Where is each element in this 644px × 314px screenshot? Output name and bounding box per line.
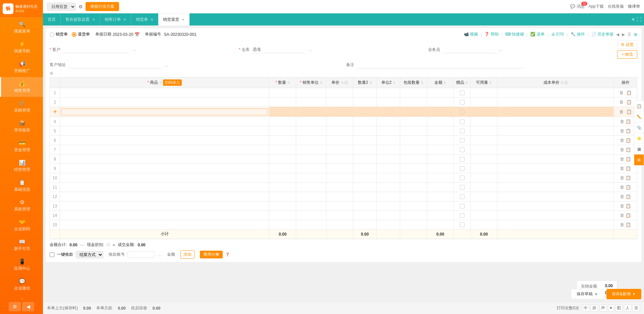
row-unit[interactable] [296, 88, 326, 98]
row-unit[interactable] [296, 107, 326, 117]
tab-close-icon[interactable]: ✕ [92, 18, 95, 21]
delete-row-btn[interactable]: 🗑 [619, 212, 625, 218]
gift-checkbox[interactable] [460, 147, 465, 152]
warehouse-dots-btn[interactable]: ... [309, 47, 312, 52]
row-unit2[interactable] [377, 107, 400, 117]
account-input[interactable] [127, 251, 154, 258]
row-qty[interactable] [269, 107, 296, 117]
address-dots-btn[interactable]: ... [165, 63, 168, 67]
row-gift[interactable] [454, 88, 471, 98]
delete-row-btn[interactable]: 🗑 [619, 137, 625, 143]
delete-row-btn[interactable]: 🗑 [619, 118, 625, 125]
copy-row-btn[interactable]: 📋 [625, 128, 632, 134]
copy-row-btn[interactable]: 📋 [625, 175, 632, 181]
row-amount[interactable] [427, 88, 454, 98]
copy-row-btn[interactable]: 📋 [626, 89, 632, 96]
collapse-btn[interactable]: ◀ [22, 302, 34, 311]
row-pkgqty[interactable] [400, 98, 427, 107]
sidebar-item-sales[interactable]: 💰 销售管理 [0, 77, 43, 97]
gift-checkbox[interactable] [460, 138, 465, 143]
doc-date-value[interactable]: 2023-03-20 [113, 32, 133, 37]
sidebar-item-guide[interactable]: 📖 新手引导 [0, 235, 43, 255]
warehouse-input[interactable] [252, 46, 305, 53]
delete-row-btn[interactable]: 🗑 [619, 128, 625, 134]
copy-row-btn[interactable]: 📋 [625, 212, 632, 218]
settings-bottom-btn[interactable]: ⚙ [9, 302, 21, 311]
staff-dots-btn[interactable]: ... [499, 47, 502, 52]
message-button[interactable]: 💬 70 消息 [570, 4, 584, 9]
gift-checkbox[interactable] [460, 90, 465, 95]
sidebar-item-finance[interactable]: 💳 资金管理 [0, 136, 43, 156]
delete-row-btn[interactable]: 🗑 [619, 175, 625, 181]
sidebar-item-cooperation[interactable]: 🤝 企业协同 [0, 215, 43, 235]
copy-row-btn[interactable]: 📋 [625, 146, 632, 153]
save-draft-button[interactable]: 保存草稿 ▼ [571, 289, 604, 299]
row-cost-price[interactable] [497, 88, 614, 98]
copy-row-btn[interactable]: 📋 [625, 222, 632, 228]
copy-row-btn[interactable]: 📋 [625, 165, 632, 172]
sidebar-item-base[interactable]: 📋 基础信息 [0, 176, 43, 196]
row-price[interactable] [326, 107, 353, 117]
history-link[interactable]: 📄 历史单据 [591, 32, 613, 37]
gift-checkbox[interactable] [460, 119, 465, 124]
nav-prev-icon[interactable]: ◀ [616, 32, 619, 37]
add-item-btn[interactable]: 添加 [180, 250, 195, 259]
close-tab-btn[interactable]: ✕ [631, 17, 635, 22]
note-input[interactable] [356, 61, 524, 68]
tool-image[interactable]: 图 [615, 305, 623, 312]
gift-checkbox[interactable] [460, 194, 465, 199]
video-link[interactable]: 📹 视频 [464, 32, 478, 37]
copy-row-btn[interactable]: 📋 [625, 193, 632, 200]
row-cost-price[interactable] [497, 98, 614, 107]
copy-row-btn[interactable]: 📋 [625, 156, 632, 162]
tab-price-setting[interactable]: 售价提取设置 ✕ [61, 13, 100, 25]
delete-row-btn[interactable]: 🗑 [619, 109, 624, 115]
tool-voice[interactable]: 声 [599, 305, 607, 312]
add-logistics-button[interactable]: + 物流 [617, 50, 637, 59]
cash-discount-info-icon[interactable]: ⓘ [107, 243, 110, 247]
price-info-icon[interactable]: ⓘ [344, 81, 348, 84]
save-new-button[interactable]: 保存&新增 ▼ [606, 289, 641, 299]
row-amount[interactable] [427, 107, 454, 117]
tool-person[interactable]: 人 [624, 305, 631, 312]
col-amount-sort[interactable]: ⇅ [443, 81, 446, 84]
row-qty[interactable] [269, 98, 296, 107]
row-goods[interactable] [60, 107, 269, 117]
delete-row-btn[interactable]: 🗑 [619, 89, 624, 96]
row-qty2[interactable] [353, 88, 377, 98]
view-grid-icon[interactable]: ⊞ [634, 32, 637, 37]
tab-sales-return[interactable]: 销货退货 ✕ [158, 13, 190, 25]
print-link[interactable]: 🖨 打印 [551, 32, 564, 37]
tab-home[interactable]: 首页 [43, 13, 61, 25]
row-goods-input[interactable] [61, 109, 268, 115]
tab-close-icon[interactable]: ✕ [151, 18, 153, 21]
settings-button[interactable]: ⚙ 设置 [617, 41, 637, 49]
radio-sales[interactable]: 销货单 [50, 32, 68, 37]
gift-checkbox[interactable] [460, 204, 465, 208]
delete-row-btn[interactable]: 🗑 [619, 165, 625, 172]
row-qty2[interactable] [353, 98, 377, 107]
row-unit[interactable] [296, 98, 326, 107]
customer-dots-btn[interactable]: ... [133, 47, 136, 52]
delete-row-btn[interactable]: 🗑 [619, 156, 625, 162]
col-gift-sort[interactable]: ⇅ [465, 81, 468, 84]
tool-pinyin[interactable]: 拼 [591, 305, 598, 312]
calendar-icon[interactable]: 📅 [135, 32, 140, 37]
gift-checkbox[interactable] [460, 185, 465, 190]
delete-row-btn[interactable]: 🗑 [619, 193, 625, 200]
address-input[interactable] [68, 61, 162, 68]
gift-checkbox[interactable] [460, 223, 465, 227]
expense-split-btn[interactable]: 费用分摊 [200, 251, 223, 258]
side-icon-grid1[interactable]: ▦ [634, 144, 644, 154]
col-setting-icon[interactable]: ⚙ [50, 71, 53, 76]
col-cost-sort[interactable]: ⇅ [560, 81, 563, 84]
tab-sales-order[interactable]: 销售订单 ✕ [100, 13, 131, 25]
topbar-gear-icon[interactable]: ⚙ [78, 4, 83, 9]
row-available[interactable] [471, 88, 497, 98]
save-new-dropdown-icon[interactable]: ▼ [632, 292, 636, 297]
copy-row-btn[interactable]: 📋 [625, 118, 632, 125]
amount-dots-btn[interactable]: ... [158, 252, 162, 257]
one-click-payment-checkbox[interactable] [50, 252, 54, 257]
copy-row-btn[interactable]: 📋 [625, 203, 632, 209]
customer-input[interactable] [62, 46, 129, 53]
